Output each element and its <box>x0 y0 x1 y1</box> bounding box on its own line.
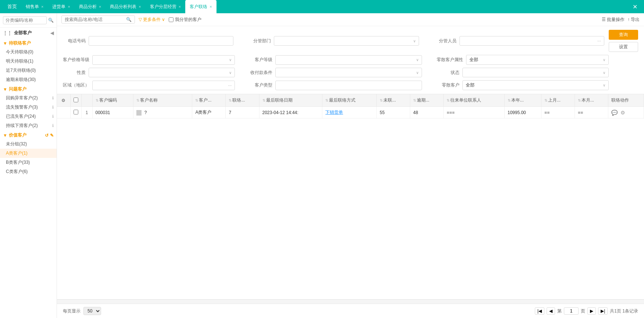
sidebar-item-a-class[interactable]: A类客户(1) <box>0 149 57 158</box>
payment-label: 收付款条件 <box>250 70 275 76</box>
name-col-header[interactable]: ⇅客户名称 <box>133 94 192 107</box>
info-icon-2: ℹ <box>52 105 54 110</box>
triangle-icon-3: ▼ <box>3 133 7 138</box>
last-method-col-header[interactable]: ⇅最后联络方式 <box>322 94 377 107</box>
price-grade-select[interactable]: ∨ <box>92 55 235 65</box>
last-date-col-header[interactable]: ⇅最后联络日期 <box>259 94 322 107</box>
row-type-cell: A类客户 <box>192 107 226 119</box>
query-button[interactable]: 查询 <box>609 30 638 40</box>
this-year-col-header[interactable]: ⇅本年... <box>504 94 541 107</box>
sidebar-item-churned[interactable]: 已流失客户(24) ℹ <box>0 112 57 121</box>
export-button[interactable]: ↑ 导出 <box>627 17 640 23</box>
app-close-button[interactable]: ✕ <box>629 4 641 10</box>
retail-customer-select[interactable]: 全部 ∨ <box>462 80 609 90</box>
filter-row-2: 客户价格等级 ∨ 客户等级 ∨ 零散客户属性 <box>63 55 638 65</box>
customer-table: ⚙ ⇅客户编码 ⇅客户名称 ⇅客户... ⇅联络... ⇅最后联络日期 ⇅最后联… <box>57 94 644 119</box>
row-checkbox[interactable] <box>74 110 78 114</box>
my-customers-checkbox[interactable] <box>169 17 173 22</box>
uncontacted-col-header[interactable]: ⇅未联... <box>377 94 410 107</box>
region-select[interactable]: ··· <box>92 81 235 90</box>
export-icon: ↑ <box>627 17 630 22</box>
chat-action-icon[interactable]: 💬 <box>611 110 618 116</box>
more-filters-button[interactable]: ▽ 更多条件 ∨ <box>139 17 165 23</box>
batch-operation-button[interactable]: ☰ 批量操作 <box>602 17 625 23</box>
status-select[interactable]: ∨ <box>462 68 609 77</box>
sidebar-item-7days[interactable]: 近7天待联络(0) <box>0 66 57 75</box>
sidebar-item-ungrouped[interactable]: 未分组(32) <box>0 139 57 149</box>
phone-label: 电话号码 <box>63 38 89 44</box>
nav-tab-customer-segment[interactable]: 客户分层经营 × <box>146 0 185 13</box>
last-month-col-header[interactable]: ⇅上月... <box>541 94 575 107</box>
sidebar-item-today[interactable]: 今天待联络(0) <box>0 47 57 57</box>
settings-col-header[interactable]: ⚙ <box>57 94 70 107</box>
sort-icon-method: ⇅ <box>325 98 328 102</box>
nav-home[interactable]: 首页 <box>3 0 21 13</box>
more-action-icon[interactable]: ⚙ <box>620 110 625 116</box>
nav-tab-analysis[interactable]: 商品分析 × <box>75 0 105 13</box>
contact-col-header[interactable]: ⇅联络... <box>226 94 259 107</box>
close-analysis-tab[interactable]: × <box>99 4 101 9</box>
sidebar-item-churn-warning[interactable]: 流失预警客户(3) ℹ <box>0 103 57 112</box>
page-number-input[interactable] <box>564 307 579 315</box>
status-arrow-icon: ∨ <box>603 71 605 75</box>
close-contact-tab[interactable]: × <box>210 4 212 9</box>
content-area: 🔍 ▽ 更多条件 ∨ 我分管的客户 ☰ 批量操作 <box>57 13 644 318</box>
customer-type-select[interactable] <box>275 81 422 90</box>
sidebar-item-c-class[interactable]: C类客户(6) <box>0 167 57 176</box>
row-checkbox-cell <box>70 107 81 119</box>
contact-method-link[interactable]: 下销货单 <box>325 110 343 115</box>
settings-button[interactable]: 设置 <box>609 42 638 52</box>
dept-select[interactable]: ∨ <box>274 36 419 46</box>
sidebar-item-abnormal[interactable]: 回购异常客户(2) ℹ <box>0 93 57 103</box>
close-sales-tab[interactable]: × <box>41 4 43 9</box>
type-col-header[interactable]: ⇅客户... <box>192 94 226 107</box>
close-purchase-tab[interactable]: × <box>68 4 70 9</box>
retail-attr-select[interactable]: 全部 ∨ <box>466 55 609 65</box>
first-page-button[interactable]: |◀ <box>535 307 544 315</box>
sidebar-item-overdue[interactable]: 逾期未联络(30) <box>0 75 57 84</box>
nav-tab-customer-contact[interactable]: 客户联络 × <box>185 0 216 13</box>
row-unit-contact-cell: ■■■ <box>444 107 505 119</box>
retail-attr-label: 零散客户属性 <box>437 57 466 63</box>
row-method-cell: 下销货单 <box>322 107 377 119</box>
sidebar-item-declining[interactable]: 持续下滑客户(2) ℹ <box>0 121 57 130</box>
sidebar-item-tomorrow[interactable]: 明天待联络(1) <box>0 57 57 66</box>
close-segment-tab[interactable]: × <box>179 4 181 9</box>
customer-grade-select[interactable]: ∨ <box>275 55 422 65</box>
prev-page-button[interactable]: ◀ <box>547 307 555 315</box>
nature-select[interactable]: ∨ <box>89 68 235 77</box>
phone-select[interactable] <box>89 36 233 46</box>
sidebar-item-b-class[interactable]: B类客户(33) <box>0 158 57 167</box>
problem-customers-group[interactable]: ▼ 问题客户 <box>0 84 57 93</box>
nav-tab-analysis-list[interactable]: 商品分析列表 × <box>105 0 145 13</box>
per-page-label: 每页显示 <box>63 308 80 314</box>
category-search-input[interactable] <box>3 16 47 24</box>
unit-contact-col-header[interactable]: ⇅往来单位联系人 <box>444 94 505 107</box>
action-icons-group: 💬 ⚙ <box>611 110 641 116</box>
main-search-input[interactable] <box>65 17 126 22</box>
nav-tab-purchase[interactable]: 进货单 × <box>48 0 74 13</box>
advanced-filter-panel: 电话号码 分管部门 ∨ 分管人员 ··· <box>57 26 644 94</box>
edit-icon[interactable]: ✎ <box>50 133 54 138</box>
category-search-icon[interactable]: 🔍 <box>48 18 54 23</box>
person-select[interactable]: ··· <box>459 36 604 46</box>
sidebar-collapse-button[interactable]: ◀ <box>50 31 54 36</box>
nav-tab-sales[interactable]: 销售单 × <box>21 0 48 13</box>
overdue-col-header[interactable]: ⇅逾期... <box>410 94 444 107</box>
code-col-header[interactable]: ⇅客户编码 <box>92 94 133 107</box>
main-search-icon[interactable]: 🔍 <box>126 17 132 22</box>
horizontal-scrollbar[interactable] <box>57 299 644 304</box>
last-page-button[interactable]: ▶| <box>598 307 608 315</box>
this-month-col-header[interactable]: ⇅本月... <box>575 94 608 107</box>
page-label: 第 <box>557 308 562 314</box>
payment-select[interactable]: ∨ <box>275 68 422 77</box>
select-all-checkbox[interactable] <box>74 98 78 102</box>
price-grade-filter-cell: 客户价格等级 ∨ <box>63 55 235 65</box>
next-page-button[interactable]: ▶ <box>587 307 596 315</box>
nav-right: ✕ <box>629 3 641 10</box>
refresh-icon[interactable]: ↺ <box>45 133 49 138</box>
close-analysis-list-tab[interactable]: × <box>139 4 141 9</box>
per-page-select[interactable]: 50 <box>83 307 101 315</box>
pending-contact-group[interactable]: ▼ 待联络客户 <box>0 38 57 47</box>
retail-customer-arrow-icon: ∨ <box>603 83 605 87</box>
